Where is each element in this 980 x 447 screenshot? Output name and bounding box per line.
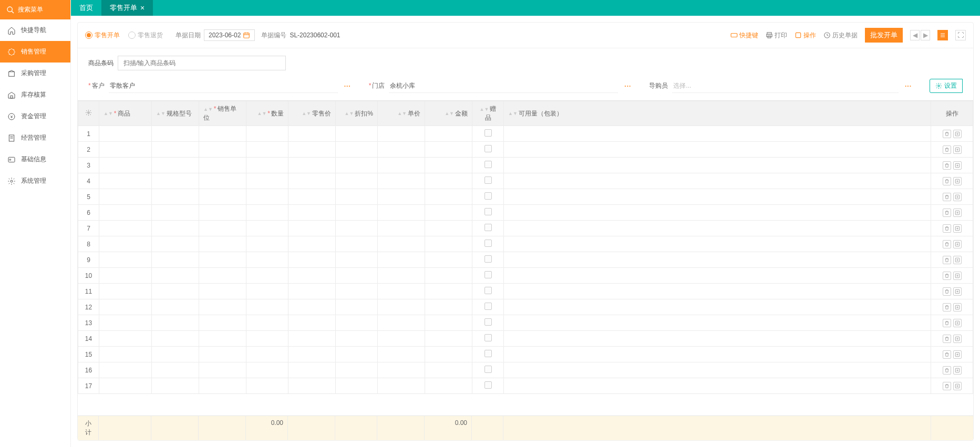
next-bill-button[interactable]: ▶ [921,30,930,40]
guide-value[interactable]: 选择... [672,79,899,93]
cell-discount[interactable] [336,284,378,299]
cell-unit-price[interactable] [378,142,425,158]
cell-qty[interactable] [246,142,288,158]
gift-checkbox[interactable] [484,381,492,389]
cell-unit-price[interactable] [378,299,425,315]
cell-discount[interactable] [336,299,378,315]
cell-unit[interactable] [199,236,246,252]
nav-item-3[interactable]: 库存核算 [0,84,70,106]
operate-link[interactable]: 操作 [795,31,816,40]
add-row-button[interactable] [953,130,962,138]
gift-checkbox[interactable] [484,303,492,310]
cell-amount[interactable] [425,299,472,315]
cell-qty[interactable] [246,173,288,189]
cell-spec[interactable] [152,378,199,394]
delete-row-button[interactable] [943,287,951,296]
col-discount[interactable]: ▲▼折扣% [336,101,378,126]
add-row-button[interactable] [953,224,962,233]
cell-gift[interactable] [472,362,504,378]
nav-item-6[interactable]: 基础信息 [0,149,70,170]
cell-product[interactable] [99,347,152,362]
col-unit-price[interactable]: ▲▼单价 [378,101,425,126]
close-icon[interactable]: × [140,4,145,12]
bulk-order-button[interactable]: 批发开单 [865,28,903,43]
delete-row-button[interactable] [943,130,951,138]
cell-product[interactable] [99,331,152,347]
gift-checkbox[interactable] [484,287,492,294]
tab-0[interactable]: 首页 [71,0,101,16]
delete-row-button[interactable] [943,272,951,280]
gift-checkbox[interactable] [484,255,492,263]
cell-unit-price[interactable] [378,221,425,236]
history-link[interactable]: 历史单据 [823,31,858,40]
cell-unit-price[interactable] [378,252,425,268]
cell-gift[interactable] [472,189,504,205]
cell-amount[interactable] [425,347,472,362]
gift-checkbox[interactable] [484,224,492,231]
customer-picker-icon[interactable]: ··· [342,82,353,90]
cell-retail-price[interactable] [288,142,336,158]
col-amount[interactable]: ▲▼金额 [425,101,472,126]
cell-product[interactable] [99,126,152,142]
cell-discount[interactable] [336,126,378,142]
cell-qty[interactable] [246,284,288,299]
delete-row-button[interactable] [943,209,951,217]
delete-row-button[interactable] [943,366,951,375]
table-row[interactable]: 1 [78,126,973,142]
cell-discount[interactable] [336,236,378,252]
add-row-button[interactable] [953,240,962,248]
col-gift[interactable]: ▲▼赠品 [472,101,504,126]
cell-unit[interactable] [199,189,246,205]
cell-discount[interactable] [336,315,378,331]
table-row[interactable]: 9 [78,252,973,268]
table-row[interactable]: 6 [78,205,973,221]
cell-gift[interactable] [472,252,504,268]
delete-row-button[interactable] [943,350,951,359]
col-config[interactable] [78,101,99,126]
cell-spec[interactable] [152,268,199,284]
cell-qty[interactable] [246,299,288,315]
cell-unit[interactable] [199,378,246,394]
cell-unit[interactable] [199,221,246,236]
cell-unit-price[interactable] [378,268,425,284]
cell-spec[interactable] [152,315,199,331]
cell-retail-price[interactable] [288,236,336,252]
cell-gift[interactable] [472,331,504,347]
add-row-button[interactable] [953,382,962,390]
table-row[interactable]: 17 [78,378,973,394]
cell-spec[interactable] [152,252,199,268]
cell-retail-price[interactable] [288,221,336,236]
cell-unit[interactable] [199,347,246,362]
expand-button[interactable]: ⛶ [955,30,966,40]
cell-unit-price[interactable] [378,284,425,299]
cell-qty[interactable] [246,362,288,378]
cell-gift[interactable] [472,142,504,158]
print-link[interactable]: 打印 [766,31,787,40]
cell-product[interactable] [99,252,152,268]
cell-unit-price[interactable] [378,189,425,205]
delete-row-button[interactable] [943,193,951,201]
cell-unit-price[interactable] [378,158,425,173]
cell-gift[interactable] [472,284,504,299]
settings-button[interactable]: 设置 [930,79,963,93]
cell-spec[interactable] [152,221,199,236]
table-row[interactable]: 8 [78,236,973,252]
cell-product[interactable] [99,221,152,236]
cell-retail-price[interactable] [288,205,336,221]
cell-unit-price[interactable] [378,315,425,331]
cell-product[interactable] [99,142,152,158]
cell-gift[interactable] [472,205,504,221]
delete-row-button[interactable] [943,335,951,343]
gift-checkbox[interactable] [484,271,492,278]
cell-qty[interactable] [246,378,288,394]
cell-retail-price[interactable] [288,268,336,284]
cell-spec[interactable] [152,189,199,205]
cell-product[interactable] [99,299,152,315]
cell-unit-price[interactable] [378,205,425,221]
cell-amount[interactable] [425,126,472,142]
cell-product[interactable] [99,315,152,331]
cell-retail-price[interactable] [288,173,336,189]
cell-qty[interactable] [246,126,288,142]
gift-checkbox[interactable] [484,145,492,152]
gift-checkbox[interactable] [484,192,492,200]
